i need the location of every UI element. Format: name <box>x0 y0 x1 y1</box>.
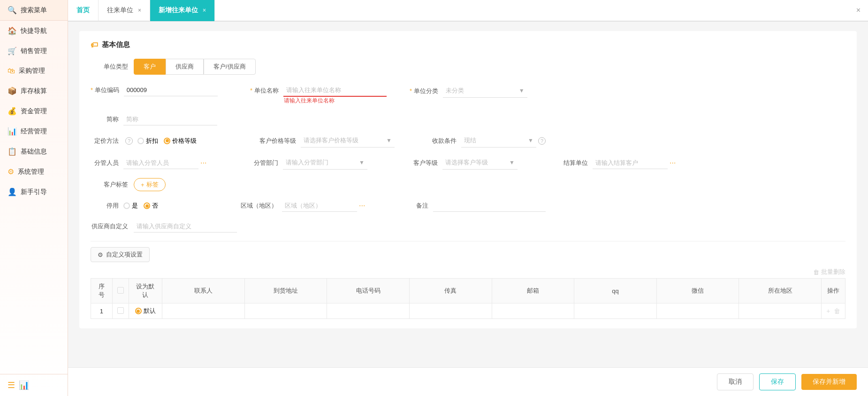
short-name-input[interactable] <box>123 113 217 125</box>
customer-price-level-select[interactable]: 请选择客户价格等级 ▼ <box>301 134 395 148</box>
sidebar-item-search[interactable]: 🔍 搜索菜单 <box>0 0 68 21</box>
tab-home[interactable]: 首页 <box>68 0 99 21</box>
short-name-field: 简称 <box>91 113 231 125</box>
row-region[interactable] <box>739 303 822 319</box>
sidebar-item-basic-info[interactable]: 📋 基础信息 <box>0 141 68 162</box>
row-checkbox[interactable] <box>117 307 124 314</box>
remark-input[interactable] <box>433 200 546 212</box>
supplier-custom-input[interactable] <box>134 220 237 233</box>
customer-tag-row: 客户标签 + 标签 <box>91 178 845 191</box>
short-name-row: 简称 <box>91 113 845 125</box>
content-area: 🏷 基本信息 单位类型 客户 供应商 客户/供应商 单位编码 <box>68 22 868 367</box>
select-all-checkbox[interactable] <box>117 287 124 294</box>
region-more-btn[interactable]: ··· <box>357 202 367 210</box>
sidebar-item-finance[interactable]: 💰 资金管理 <box>0 101 68 121</box>
col-contact: 联系人 <box>162 279 245 303</box>
sales-icon: 🛒 <box>8 47 17 55</box>
unit-category-select[interactable]: 未分类 ▼ <box>443 84 527 98</box>
pricing-discount-label: 折扣 <box>146 137 158 145</box>
col-qq: qq <box>574 279 657 303</box>
row-phone[interactable] <box>327 303 410 319</box>
tab-home-label: 首页 <box>76 6 90 15</box>
disabled-radio-group: 是 否 <box>123 202 158 210</box>
unit-type-supplier-btn[interactable]: 供应商 <box>166 59 204 75</box>
unit-category-chevron: ▼ <box>519 87 525 94</box>
guide-icon: 👤 <box>8 187 17 196</box>
tabbar-close-all[interactable]: × <box>849 6 868 15</box>
sidebar-item-system-label: 系统管理 <box>18 168 44 176</box>
cancel-button[interactable]: 取消 <box>717 373 754 390</box>
pricing-discount-radio[interactable]: 折扣 <box>137 137 158 145</box>
unit-code-label: 单位编码 <box>91 86 119 94</box>
sidebar-item-guide[interactable]: 👤 新手引导 <box>0 182 68 202</box>
custom-settings-btn[interactable]: ⚙ 自定义项设置 <box>91 247 150 262</box>
region-input[interactable] <box>282 200 357 212</box>
unit-name-input[interactable] <box>283 84 387 97</box>
section-title-label: 基本信息 <box>102 40 130 49</box>
save-button[interactable]: 保存 <box>759 373 796 390</box>
sidebar-bottom-icon1[interactable]: ☰ <box>8 380 15 390</box>
settlement-unit-input[interactable] <box>593 157 668 169</box>
sidebar-bottom-icon2[interactable]: 📊 <box>19 380 29 390</box>
pricing-field: 定价方法 ? 折扣 价格等级 <box>91 137 241 145</box>
save-new-button[interactable]: 保存并新增 <box>801 374 857 390</box>
customer-level-placeholder: 请选择客户等级 <box>445 158 505 167</box>
tab-partner-list-close[interactable]: × <box>138 7 141 14</box>
tab-add-partner-close[interactable]: × <box>203 7 206 14</box>
department-select[interactable]: 请输入分管部门 ▼ <box>283 156 367 170</box>
batch-delete-label[interactable]: 批量删除 <box>821 268 845 276</box>
row-checkbox-cell <box>112 303 129 319</box>
customer-level-select[interactable]: 请选择客户等级 ▼ <box>442 156 518 170</box>
sidebar-item-operations[interactable]: 📊 经营管理 <box>0 121 68 141</box>
unit-type-both-btn[interactable]: 客户/供应商 <box>204 59 256 75</box>
sidebar-item-finance-label: 资金管理 <box>21 107 47 116</box>
payment-terms-info-icon[interactable]: ? <box>538 137 546 145</box>
tab-partner-list[interactable]: 往来单位 × <box>99 0 150 21</box>
payment-terms-select[interactable]: 现结 ▼ <box>461 134 536 148</box>
col-phone: 电话号码 <box>327 279 410 303</box>
sidebar-item-system[interactable]: ⚙ 系统管理 <box>0 162 68 182</box>
row-delete-icon[interactable]: 🗑 <box>834 307 840 315</box>
supplier-custom-row: 供应商自定义 <box>91 220 845 233</box>
sidebar-item-operations-label: 经营管理 <box>21 127 47 136</box>
col-wechat: 微信 <box>656 279 739 303</box>
row-default-radio[interactable]: 默认 <box>134 307 157 315</box>
sidebar-item-purchase[interactable]: 🛍 采购管理 <box>0 61 68 81</box>
department-label: 分管部门 <box>250 159 278 167</box>
pricing-info-icon[interactable]: ? <box>125 137 133 145</box>
disabled-no-radio[interactable]: 否 <box>144 202 158 210</box>
divider <box>91 241 845 241</box>
settlement-unit-more-btn[interactable]: ··· <box>668 159 678 167</box>
department-chevron: ▼ <box>359 159 365 166</box>
tab-add-partner-label: 新增往来单位 <box>159 6 198 15</box>
row-qq[interactable] <box>574 303 657 319</box>
unit-code-input[interactable] <box>124 84 218 96</box>
pricing-radio-group: 折扣 价格等级 <box>137 137 197 145</box>
tag-add-button[interactable]: + 标签 <box>134 178 166 191</box>
unit-type-customer-btn[interactable]: 客户 <box>134 59 166 75</box>
row-contact[interactable] <box>162 303 245 319</box>
row-fax[interactable] <box>409 303 492 319</box>
disabled-yes-radio[interactable]: 是 <box>123 202 138 210</box>
unit-name-error: 请输入往来单位名称 <box>284 97 335 104</box>
row-add-icon[interactable]: + <box>826 307 830 315</box>
payment-terms-field: 收款条件 现结 ▼ ? <box>428 134 560 148</box>
tab-add-partner[interactable]: 新增往来单位 × <box>150 0 215 21</box>
sidebar-item-quick-nav[interactable]: 🏠 快捷导航 <box>0 21 68 41</box>
payment-terms-label: 收款条件 <box>428 137 457 145</box>
row-email[interactable] <box>492 303 574 319</box>
pricing-level-radio[interactable]: 价格等级 <box>164 137 197 145</box>
col-action: 操作 <box>822 279 845 303</box>
row-address[interactable] <box>244 303 327 319</box>
row-default-label: 默认 <box>144 307 156 315</box>
manager-input[interactable] <box>123 157 198 169</box>
purchase-icon: 🛍 <box>8 67 15 75</box>
pricing-discount-circle <box>137 138 144 144</box>
sidebar-item-sales[interactable]: 🛒 销售管理 <box>0 41 68 61</box>
pricing-row: 定价方法 ? 折扣 价格等级 客户价格等级 <box>91 134 845 148</box>
row-wechat[interactable] <box>656 303 739 319</box>
remark-field: 备注 <box>400 200 546 212</box>
sidebar-item-inventory[interactable]: 📦 库存核算 <box>0 81 68 101</box>
pricing-label: 定价方法 <box>91 137 119 145</box>
manager-more-btn[interactable]: ··· <box>198 159 208 167</box>
